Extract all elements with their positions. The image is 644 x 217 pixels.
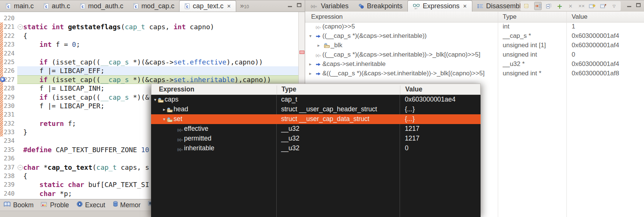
line-number[interactable]: 236 [3,154,17,163]
show-type-names-icon[interactable]: ⋯ [523,2,531,10]
tree-expanded-icon[interactable]: ▾ [154,97,156,102]
expression-cell[interactable]: &caps->set.inheritable [322,60,386,68]
popup-variable-row[interactable]: (x)=effective__u321217 [151,124,481,134]
tab-overflow-chevron[interactable]: »10 [236,0,251,12]
maximize-icon[interactable] [297,3,301,7]
popup-variable-row[interactable]: (x)=permitted__u321217 [151,134,481,144]
close-icon[interactable]: ✕ [226,3,231,9]
overview-annotation-marker[interactable] [300,51,304,54]
code-text[interactable]: { [23,31,27,40]
line-number[interactable]: 224 [3,49,17,58]
expression-row[interactable]: (x)=(capno)>>5int1 [305,22,644,31]
line-number[interactable]: 231 [3,110,17,119]
view-fast-button-bookm[interactable]: Bookm [3,201,33,209]
code-line[interactable]: 225 if (isset_cap((__cap_s *)(&caps->set… [0,58,298,66]
view-fast-button-memor[interactable]: Memor [113,201,141,209]
panel-tab-expressions[interactable]: x=Expressions✕ [407,0,472,12]
code-line[interactable]: 220 [0,14,298,22]
expression-cell[interactable]: (capno)>>5 [322,23,355,30]
line-number[interactable]: 239 [3,180,17,189]
editor-tab-main-c[interactable]: cmain.c [1,0,39,12]
expression-row[interactable]: ▸&caps->set.inheritable__u32 *0x60300000… [305,60,644,69]
code-line[interactable]: 224 [0,49,298,58]
panel-tab-breakpoints[interactable]: Breakpoints [353,0,407,12]
popup-variable-row[interactable]: ▸headstruct __user_cap_header_struct{...… [151,105,481,114]
fold-collapse-icon[interactable]: − [18,165,23,170]
view-fast-button-proble[interactable]: Proble [41,201,69,209]
tree-expanded-icon[interactable]: ▾ [309,33,312,39]
maximize-icon[interactable] [636,3,641,7]
line-number[interactable]: 237 [3,163,17,172]
line-number[interactable]: 223 [3,40,17,49]
view-fast-button-execut[interactable]: Execut [76,201,105,209]
tree-collapsed-icon[interactable]: ▸ [163,107,165,112]
code-line[interactable]: 222{ [0,31,298,40]
editor-tab-cap_text-c[interactable]: ccap_text.c✕ [179,0,236,12]
code-text[interactable]: static char buf[CAP_TEXT_SI [23,180,149,189]
expression-row[interactable]: ▾((__cap_s *)(&caps->set.inheritable))__… [305,31,644,41]
code-text[interactable]: #define CAP_TEXT_BUFFER_ZONE 10 [23,145,149,154]
remove-expression-icon[interactable]: ✕ [567,2,574,10]
popup-variable-row[interactable]: ▾capscap_t0x603000001ae4 [151,95,481,105]
code-line[interactable]: 221−static int getstateflags(cap_t caps,… [0,22,298,31]
show-logical-structure-icon[interactable] [534,2,542,10]
code-text[interactable]: } [23,128,27,136]
line-number[interactable]: 234 [3,136,17,145]
fold-collapse-icon[interactable]: − [18,24,23,30]
code-text[interactable]: char *cap_to_text(cap_t caps, s [23,163,149,172]
column-divider[interactable] [400,85,400,94]
minimize-icon[interactable] [627,6,631,7]
expression-cell[interactable]: ((__cap_s *)(&caps->set.inheritable)) [322,32,427,40]
line-number[interactable]: 228 [3,84,17,93]
editor-tab-auth-c[interactable]: cauth.c [39,0,75,12]
close-icon[interactable]: ✕ [462,3,467,9]
line-number[interactable]: 235 [3,145,17,154]
code-line[interactable]: 227 if (isset_cap((__cap_s *)(&caps->set… [0,75,298,84]
popup-variable-row-selected[interactable]: ▾setstruct __user_cap_data_struct{...} [151,114,481,124]
popup-variable-row[interactable]: (x)=inheritable__u320 [151,144,481,153]
tree-expanded-icon[interactable]: ▾ [163,117,165,122]
editor-tab-mod_auth-c[interactable]: cmod_auth.c [75,0,128,12]
pin-view-icon[interactable] [599,2,607,10]
line-number[interactable]: 226 [3,66,17,75]
tree-collapsed-icon[interactable]: ▸ [309,61,312,67]
code-text[interactable]: static int getstateflags(cap_t caps, int… [23,22,214,31]
line-number[interactable]: 232 [3,119,17,128]
line-number[interactable]: 225 [3,58,17,66]
line-number[interactable]: 220 [3,14,17,22]
expression-row[interactable]: ▸_blkunsigned int [1]0x603000001af4 [305,41,644,50]
remove-all-expressions-icon[interactable]: ✕✕ [578,2,585,10]
line-number[interactable]: 240 [3,189,17,198]
new-view-icon[interactable] [589,2,596,10]
line-number[interactable]: 229 [3,93,17,102]
code-text[interactable]: if (isset_cap((__cap_s *)(& [23,93,149,102]
code-line[interactable]: 223 int f = 0; [0,40,298,49]
code-text[interactable]: { [23,172,27,180]
collapse-all-icon[interactable] [545,2,553,10]
line-number[interactable]: 233 [3,128,17,136]
code-text[interactable]: if (isset_cap((__cap_s *)(&caps->set.inh… [23,75,271,84]
line-number[interactable]: 222 [3,31,17,40]
column-divider[interactable] [277,85,277,94]
panel-tab-variables[interactable]: (x)=Variables [306,0,353,12]
tree-collapsed-icon[interactable]: ▸ [318,43,320,48]
line-number[interactable]: 221 [3,22,17,31]
code-text[interactable]: int f = 0; [23,40,80,49]
expression-cell[interactable]: ((__cap_s *)(&caps->set.inheritable))->_… [322,51,480,58]
expression-row[interactable]: (x)=((__cap_s *)(&caps->set.inheritable)… [305,50,644,60]
breakpoint-icon[interactable] [0,77,5,82]
code-text[interactable]: char *p; [23,189,72,198]
expression-row[interactable]: ▸&((__cap_s *)(&caps->set.inheritable))-… [305,69,644,78]
minimize-icon[interactable] [288,6,292,7]
code-text[interactable]: f |= LIBCAP_INH; [23,84,105,93]
code-text[interactable]: f |= LIBCAP_PER; [23,102,105,110]
add-expression-icon[interactable]: + [556,2,563,10]
code-text[interactable]: return f; [23,119,76,128]
code-line[interactable]: 226 f |= LIBCAP_EFF; [0,66,298,75]
line-number[interactable]: 230 [3,102,17,110]
expression-cell[interactable]: &((__cap_s *)(&caps->set.inheritable))->… [322,70,485,77]
view-menu-icon[interactable]: ▽ [610,2,618,10]
code-text[interactable]: f |= LIBCAP_EFF; [23,66,105,75]
code-text[interactable]: if (isset_cap((__cap_s *)(&caps->set.eff… [23,58,263,66]
expression-cell[interactable]: _blk [331,42,342,49]
